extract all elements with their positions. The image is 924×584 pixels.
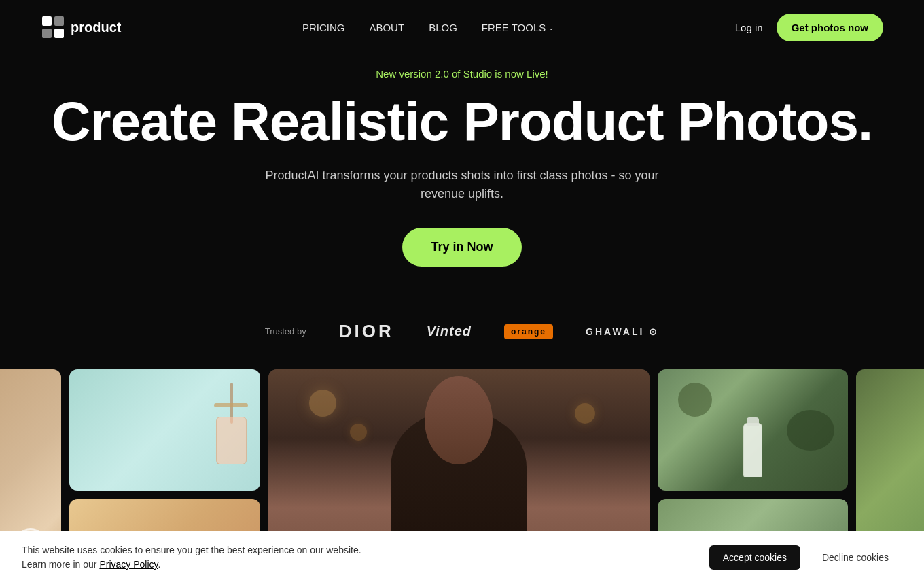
logo-icon: [41, 15, 65, 39]
hero-section: New version 2.0 of Studio is now Live! C…: [0, 54, 924, 307]
svg-rect-3: [54, 29, 64, 38]
nav-pricing[interactable]: PRICING: [302, 22, 345, 33]
logo[interactable]: product: [41, 15, 121, 39]
nav-about[interactable]: ABOUT: [369, 22, 404, 33]
cookie-text: This website uses cookies to ensure you …: [22, 543, 361, 572]
get-photos-button[interactable]: Get photos now: [777, 14, 883, 41]
try-now-button[interactable]: Try in Now: [402, 228, 521, 267]
privacy-policy-link[interactable]: Privacy Policy: [99, 559, 158, 570]
brand-ghawali: GHAWALI ⊙: [586, 326, 659, 337]
brand-dior: DIOR: [339, 321, 394, 342]
hero-subtitle: ProductAI transforms your products shots…: [258, 167, 666, 203]
nav-free-tools[interactable]: FREE TOOLS ⌄: [482, 22, 554, 33]
svg-rect-2: [42, 29, 52, 38]
accept-cookies-button[interactable]: Accept cookies: [709, 545, 800, 570]
nav-links: PRICING ABOUT BLOG FREE TOOLS ⌄: [302, 22, 554, 33]
svg-rect-1: [54, 16, 64, 26]
gallery-bottle: [658, 369, 849, 491]
nav-actions: Log in Get photos now: [735, 14, 883, 41]
chevron-down-icon: ⌄: [548, 24, 554, 31]
cookie-actions: Accept cookies Decline cookies: [709, 545, 902, 570]
nav-blog[interactable]: BLOG: [429, 22, 457, 33]
brand-vinted: Vinted: [427, 324, 472, 339]
gallery-perfume: [69, 369, 260, 491]
brand-orange: orange: [504, 324, 553, 339]
hero-badge: New version 2.0 of Studio is now Live!: [376, 68, 548, 80]
hero-title: Create Realistic Product Photos.: [41, 93, 883, 150]
navbar: product PRICING ABOUT BLOG FREE TOOLS ⌄ …: [0, 0, 924, 54]
trusted-label: Trusted by: [265, 326, 306, 337]
login-button[interactable]: Log in: [735, 22, 763, 33]
svg-rect-0: [42, 16, 52, 26]
logo-text: product: [71, 20, 121, 35]
trusted-brands: Trusted by DIOR Vinted orange GHAWALI ⊙: [0, 307, 924, 369]
decline-cookies-button[interactable]: Decline cookies: [808, 545, 902, 570]
cookie-banner: This website uses cookies to ensure you …: [0, 531, 924, 584]
